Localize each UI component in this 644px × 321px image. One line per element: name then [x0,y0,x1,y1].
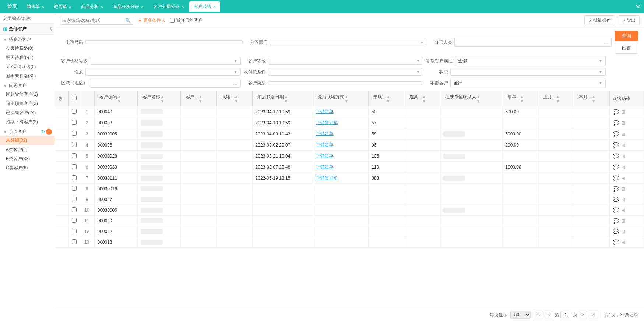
close-icon[interactable]: ✕ [213,5,216,9]
scatter-attr-select[interactable]: 全部▼ [455,56,606,66]
name-th[interactable]: :客户名称▲▼ [137,91,180,106]
status-select[interactable]: ▼ [450,68,606,76]
manager-select[interactable]: … [454,38,612,47]
first-page-button[interactable]: |< [534,311,543,318]
nav-tab-goods-analysis[interactable]: 商品分析 ✕ [77,1,108,12]
sidebar-item-ungroup[interactable]: 未分组(32) [0,136,55,145]
close-icon[interactable]: ✕ [68,5,71,9]
check-cell[interactable] [68,151,80,162]
this-year-th[interactable]: :本年...▲▼ [502,91,538,106]
grid-action-icon[interactable]: ⊞ [621,120,626,126]
sidebar-item-c-class[interactable]: C类客户(6) [0,163,55,173]
nav-tab-customer-contact[interactable]: 客户联络 ✕ [189,1,220,12]
nav-home[interactable]: 首页 [3,1,21,12]
check-cell[interactable] [68,128,80,140]
grid-action-icon[interactable]: ⊞ [621,186,626,192]
this-month-th[interactable]: :本月...▲▼ [574,91,609,106]
grid-action-icon[interactable]: ⊞ [621,239,626,245]
sidebar-item-today[interactable]: 今天待联络(0) [0,44,55,53]
no-contact-th[interactable]: :未联...▲▼ [369,91,404,106]
type-th[interactable]: :客户...▲▼ [180,91,216,106]
dept-select[interactable]: ▼ [270,39,427,46]
nature-select[interactable]: ▼ [85,68,241,76]
region-select[interactable]: … [90,79,241,88]
check-cell[interactable] [68,205,80,216]
close-icon[interactable]: ✕ [141,5,144,9]
check-all[interactable] [72,96,77,100]
page-input[interactable] [560,311,571,318]
check-cell[interactable] [68,216,80,226]
check-all-th[interactable] [68,91,80,106]
bulk-op-button[interactable]: ✓ 批量操作 [584,15,615,25]
chat-icon[interactable]: 💬 [613,153,619,159]
code-th[interactable]: :客户编码▲▼ [94,91,137,106]
grid-action-icon[interactable]: ⊞ [621,207,626,213]
chat-icon[interactable]: 💬 [613,109,619,115]
check-cell[interactable] [68,226,80,237]
collapse-icon[interactable]: 《 [47,26,52,32]
payment-select[interactable]: ▼ [268,68,423,76]
chat-icon[interactable]: 💬 [613,218,619,224]
query-button[interactable]: 查询 [615,31,638,41]
check-cell[interactable] [68,106,80,117]
chat-icon[interactable]: 💬 [613,131,619,137]
search-icon[interactable]: 🔍 [125,18,131,23]
nav-tab-sales[interactable]: 销售单 ✕ [22,1,49,12]
chat-icon[interactable]: 💬 [613,142,619,148]
chat-icon[interactable]: 💬 [613,197,619,202]
grid-action-icon[interactable]: ⊞ [621,164,626,170]
chat-icon[interactable]: 💬 [613,164,619,170]
phone-input[interactable] [85,40,243,44]
price-level-select[interactable]: ▼ [90,57,241,65]
chat-icon[interactable]: 💬 [613,207,619,213]
my-customers-check[interactable] [170,18,175,23]
grid-action-icon[interactable]: ⊞ [621,153,626,159]
sidebar-item-abnormal[interactable]: 囤购异常客户(2) [0,90,55,99]
gear-th[interactable]: ⚙ [55,91,68,106]
chat-icon[interactable]: 💬 [613,239,619,245]
close-icon[interactable]: ✕ [181,5,184,9]
grid-action-icon[interactable]: ⊞ [621,229,626,234]
sidebar-item-declining[interactable]: 持续下滑客户(2) [0,117,55,127]
close-icon[interactable]: ✕ [100,5,103,9]
chat-icon[interactable]: 💬 [613,175,619,181]
check-cell[interactable] [68,117,80,128]
last-contact-way-th[interactable]: :最后联络方式▲▼ [313,91,368,106]
sidebar-item-a-class[interactable]: A类客户(1) [0,145,55,154]
sidebar-item-warning[interactable]: 流失预警客户(3) [0,99,55,108]
chat-icon[interactable]: 💬 [613,186,619,192]
nav-tab-customer-segment[interactable]: 客户分层经营 ✕ [149,1,189,12]
contact-th[interactable]: :联络...▲▼ [217,91,252,106]
window-close-icon[interactable]: ✕ [636,3,640,10]
check-cell[interactable] [68,237,80,248]
reset-button[interactable]: 设置 [615,43,638,54]
sidebar-item-b-class[interactable]: B类客户(33) [0,154,55,163]
grid-action-icon[interactable]: ⊞ [621,131,626,137]
company-contact-th[interactable]: :往来单位联系人▲▼ [440,91,502,106]
grid-action-icon[interactable]: ⊞ [621,142,626,148]
my-customers-checkbox[interactable]: 我分管的客户 [170,17,203,24]
search-input[interactable] [62,18,124,23]
nav-tab-goods-list[interactable]: 商品分析列表 ✕ [108,1,148,12]
chat-icon[interactable]: 💬 [613,120,619,126]
sidebar-item-overdue[interactable]: 逾期未联络(30) [0,71,55,81]
all-customers-header[interactable]: ⊞ 全部客户 《 [0,24,55,35]
sidebar-item-tomorrow[interactable]: 明天待联络(1) [0,53,55,62]
customer-level-select[interactable]: ▼ [268,57,423,65]
sidebar-item-7days[interactable]: 近7天待联络(0) [0,62,55,71]
export-button[interactable]: ↗ 导出 [618,15,640,25]
check-cell[interactable] [68,173,80,184]
customer-type-input[interactable] [268,81,423,85]
prev-page-button[interactable]: < [545,311,553,318]
close-icon[interactable]: ✕ [41,5,44,9]
grid-action-icon[interactable]: ⊞ [621,175,626,181]
per-page-select[interactable]: 50 100 200 [510,311,531,319]
last-contact-date-th[interactable]: :最后联络日期▲▼ [252,91,313,106]
sidebar-item-lost[interactable]: 已流失客户(24) [0,108,55,117]
grid-action-icon[interactable]: ⊞ [621,218,626,224]
check-cell[interactable] [68,194,80,205]
grid-action-icon[interactable]: ⊞ [621,109,626,115]
scatter-select[interactable]: 全部▼ [450,78,606,88]
next-page-button[interactable]: > [579,311,587,318]
more-conditions[interactable]: ▼ 更多条件 ∧ [138,17,165,24]
